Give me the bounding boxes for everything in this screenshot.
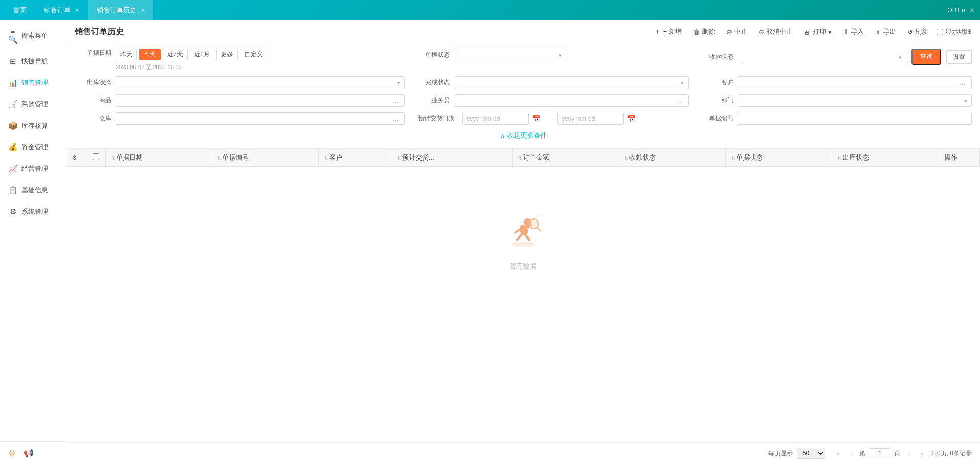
completion-status-select[interactable] — [454, 76, 688, 89]
order-number-input[interactable] — [738, 113, 972, 125]
close-sales-order-history-tab[interactable]: ✕ — [141, 7, 145, 14]
sidebar-item-stock-calc[interactable]: 📦 库存核算 — [0, 115, 66, 137]
sales-person-input[interactable]: ... — [454, 94, 688, 107]
tab-sales-order[interactable]: 销售订单 ✕ — [36, 0, 87, 20]
payment-status-select[interactable] — [743, 51, 906, 63]
department-chevron-icon — [964, 97, 967, 104]
sales-person-dots-icon[interactable]: ... — [674, 97, 684, 104]
sidebar-bottom-speaker-icon[interactable]: 📢 — [24, 448, 34, 458]
sidebar-label-search-menu: 搜索菜单 — [21, 31, 48, 40]
sidebar-item-sales-mgmt[interactable]: 📊 销售管理 — [0, 72, 66, 94]
product-dots-icon[interactable]: ... — [391, 97, 400, 104]
sidebar-item-quick-nav[interactable]: ⊞ 快捷导航 — [0, 51, 66, 72]
tab-bar: 首页 销售订单 ✕ 销售订单历史 ✕ — [5, 0, 947, 20]
sidebar-item-sys-mgmt[interactable]: ⚙ 系统管理 — [0, 201, 66, 223]
calendar-from-icon[interactable]: 📅 — [532, 115, 540, 123]
department-label: 部门 — [697, 96, 738, 105]
th-date[interactable]: 单据日期 — [105, 149, 212, 167]
page-unit-label: 页 — [894, 449, 900, 458]
last-page-button[interactable]: » — [917, 449, 927, 458]
table-header-row: ⚙ 单据日期 单据编号 客户 预计交货... 订单金额 收款状态 单据状态 出库… — [66, 149, 980, 167]
product-label: 商品 — [75, 96, 116, 105]
cancel-stop-button[interactable]: ⊙ 取消中止 — [756, 26, 796, 38]
tab-home[interactable]: 首页 — [5, 0, 35, 20]
export-button[interactable]: ⇧ 导出 — [872, 26, 899, 38]
refresh-button[interactable]: ↺ 刷新 — [904, 26, 931, 38]
calendar-to-icon[interactable]: 📅 — [627, 115, 635, 123]
ops-mgmt-icon: 📈 — [8, 164, 17, 173]
th-payment-status[interactable]: 收款状态 — [619, 149, 726, 167]
sidebar: ≡🔍 搜索菜单 ⊞ 快捷导航 📊 销售管理 🛒 采购管理 📦 库存核算 💰 资金… — [0, 20, 66, 464]
sidebar-item-fund-mgmt[interactable]: 💰 资金管理 — [0, 137, 66, 158]
sidebar-label-stock-calc: 库存核算 — [21, 121, 48, 130]
th-number[interactable]: 单据编号 — [212, 149, 319, 167]
query-button[interactable]: 查询 — [911, 49, 941, 65]
th-expected-delivery[interactable]: 预计交货... — [392, 149, 512, 167]
sidebar-bottom-settings-icon[interactable]: ⚙ — [8, 448, 15, 458]
sidebar-item-search-menu[interactable]: ≡🔍 搜索菜单 — [0, 20, 66, 51]
th-gear[interactable]: ⚙ — [66, 149, 87, 167]
table-area: ⚙ 单据日期 单据编号 客户 预计交货... 订单金额 收款状态 单据状态 出库… — [66, 149, 980, 442]
collapse-filters-row[interactable]: ∧ 收起更多条件 — [75, 129, 972, 142]
date-btn-7days[interactable]: 近7天 — [163, 49, 188, 60]
completion-status-label: 完成状态 — [413, 78, 454, 87]
order-status-label: 单据状态 — [413, 51, 454, 59]
department-select[interactable] — [738, 94, 972, 107]
svg-line-4 — [526, 235, 529, 240]
stop-button[interactable]: ⊘ 中止 — [723, 26, 750, 38]
th-check[interactable] — [87, 149, 105, 167]
display-detail-checkbox[interactable] — [937, 29, 943, 35]
sidebar-label-purchase-mgmt: 采购管理 — [21, 100, 48, 109]
page-number-input[interactable] — [870, 448, 890, 458]
prev-page-button[interactable]: ‹ — [847, 449, 855, 458]
product-input[interactable]: ... — [116, 94, 405, 107]
new-button[interactable]: ＋ + 新增 — [651, 26, 685, 38]
page-label: 第 — [859, 449, 865, 458]
th-outbound-status[interactable]: 出库状态 — [832, 149, 939, 167]
date-btn-custom[interactable]: 自定义 — [240, 49, 267, 60]
delivery-date-to-input[interactable] — [557, 113, 624, 125]
date-btn-today[interactable]: 今天 — [139, 49, 161, 60]
sidebar-item-ops-mgmt[interactable]: 📈 经营管理 — [0, 158, 66, 180]
page-header: 销售订单历史 ＋ + 新增 🗑 删除 ⊘ 中止 ⊙ 取消中止 — [66, 20, 980, 42]
customer-dots-icon[interactable]: ... — [958, 79, 967, 86]
date-btn-1month[interactable]: 近1月 — [190, 49, 215, 60]
page-size-select[interactable]: 20 50 100 — [797, 448, 825, 459]
next-page-button[interactable]: › — [904, 449, 913, 458]
purchase-mgmt-icon: 🛒 — [8, 100, 17, 109]
customer-input[interactable]: ... — [738, 76, 972, 89]
order-status-select[interactable] — [454, 49, 566, 61]
empty-state: 暂无数据 — [66, 167, 980, 292]
main-layout: ≡🔍 搜索菜单 ⊞ 快捷导航 📊 销售管理 🛒 采购管理 📦 库存核算 💰 资金… — [0, 20, 980, 464]
sidebar-item-basic-info[interactable]: 📋 基础信息 — [0, 180, 66, 201]
basic-info-icon: 📋 — [8, 186, 17, 195]
outbound-status-label: 出库状态 — [75, 78, 116, 87]
warehouse-dots-icon[interactable]: ... — [391, 115, 400, 122]
sidebar-label-ops-mgmt: 经营管理 — [21, 164, 48, 173]
th-customer[interactable]: 客户 — [318, 149, 392, 167]
select-all-checkbox[interactable] — [93, 153, 99, 160]
delete-button[interactable]: 🗑 删除 — [690, 26, 718, 38]
sidebar-label-sys-mgmt: 系统管理 — [21, 207, 48, 216]
sidebar-label-sales-mgmt: 销售管理 — [21, 78, 48, 87]
sidebar-item-purchase-mgmt[interactable]: 🛒 采购管理 — [0, 94, 66, 115]
collapse-label: 收起更多条件 — [507, 131, 547, 140]
th-order-status[interactable]: 单据状态 — [725, 149, 832, 167]
date-btn-more[interactable]: 更多 — [216, 49, 238, 60]
date-btn-yesterday[interactable]: 昨天 — [116, 49, 137, 60]
outbound-status-select[interactable] — [116, 76, 405, 89]
sidebar-label-fund-mgmt: 资金管理 — [21, 143, 48, 152]
th-order-amount[interactable]: 订单金额 — [512, 149, 619, 167]
settings-button[interactable]: 设置 — [946, 50, 972, 64]
import-button[interactable]: ⇩ 导入 — [840, 26, 867, 38]
empty-state-icon — [500, 208, 546, 254]
date-range-display: 2023-06-02 至 2023-06-02 — [116, 63, 267, 71]
delivery-date-from-input[interactable] — [462, 113, 529, 125]
pagination-bar: 每页显示 20 50 100 « ‹ 第 页 › » 共0页, 0条记录 — [66, 442, 980, 464]
print-button[interactable]: 🖨 打印 ▾ — [801, 26, 835, 38]
close-sales-order-tab[interactable]: ✕ — [75, 7, 79, 14]
first-page-button[interactable]: « — [833, 449, 843, 458]
tab-sales-order-history[interactable]: 销售订单历史 ✕ — [88, 0, 153, 20]
top-close-icon[interactable]: ✕ — [969, 7, 975, 14]
warehouse-input[interactable]: ... — [116, 112, 405, 125]
